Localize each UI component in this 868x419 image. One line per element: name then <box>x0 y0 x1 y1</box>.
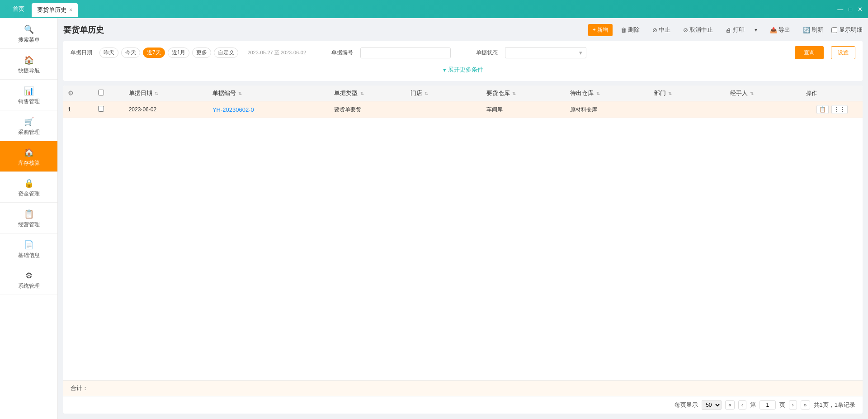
sidebar-item-inventory[interactable]: 🏠 库存核算 <box>0 141 57 172</box>
date-btn-custom[interactable]: 自定义 <box>214 48 238 58</box>
print-icon: 🖨 <box>726 27 731 33</box>
refresh-icon: 🔄 <box>803 27 810 33</box>
tab-active[interactable]: 要货单历史 × <box>32 3 78 17</box>
query-button[interactable]: 查询 <box>795 46 824 59</box>
table-header-row: ⚙ 单据日期 ⇅ 单据编号 ⇅ <box>63 86 863 101</box>
sort-req-wh-icon[interactable]: ⇅ <box>512 91 516 96</box>
print-button[interactable]: 🖨 打印 <box>721 24 749 36</box>
doc-status-select[interactable]: ▾ <box>505 47 586 58</box>
filter-row-1: 单据日期 昨天 今天 近7天 近1月 更多 自定义 2023-05-27 至 2… <box>71 46 855 59</box>
page-header: 要货单历史 + 新增 🗑 删除 ⊘ 中止 ⊘ 取消中止 🖨 <box>63 24 863 36</box>
page-label-after: 页 <box>779 401 785 409</box>
row-op-more-icon[interactable]: ⋮⋮ <box>831 105 848 114</box>
sort-pending-wh-icon[interactable]: ⇅ <box>596 91 600 96</box>
tab-active-label: 要货单历史 <box>37 6 66 14</box>
row-num: 1 <box>63 101 94 118</box>
stop-button[interactable]: ⊘ 中止 <box>648 24 675 36</box>
page-prev-button[interactable]: ‹ <box>738 400 746 409</box>
window-close-icon[interactable]: ✕ <box>858 6 863 13</box>
per-page-label: 每页显示 <box>675 401 698 409</box>
sidebar-item-sales[interactable]: 📊 销售管理 <box>0 80 57 110</box>
table-empty-space <box>63 118 863 380</box>
select-all-checkbox[interactable] <box>98 90 104 95</box>
delete-button[interactable]: 🗑 删除 <box>616 24 644 36</box>
refresh-button[interactable]: 🔄 刷新 <box>798 24 828 36</box>
sidebar-label-sales: 销售管理 <box>18 98 40 105</box>
date-buttons: 昨天 今天 近7天 近1月 更多 自定义 <box>99 48 238 58</box>
expand-more-label: 展开更多条件 <box>448 66 483 74</box>
date-btn-7days[interactable]: 近7天 <box>143 48 165 58</box>
row-pending-wh: 原材料仓库 <box>566 101 649 118</box>
sidebar-label-purchase: 采购管理 <box>18 129 40 136</box>
tab-home[interactable]: 首页 <box>5 0 32 18</box>
sidebar: 🔍 搜索菜单 🏠 快捷导航 📊 销售管理 🛒 采购管理 🏠 库存核算 🔒 资金管… <box>0 18 58 419</box>
total-text: 共1页，1条记录 <box>814 401 855 409</box>
sort-doc-no-icon[interactable]: ⇅ <box>238 91 242 96</box>
col-settings[interactable]: ⚙ <box>63 86 94 101</box>
display-detail-checkbox[interactable] <box>831 27 837 33</box>
col-doc-no-label: 单据编号 <box>212 90 236 96</box>
page-title: 要货单历史 <box>63 24 104 35</box>
sort-store-icon[interactable]: ⇅ <box>425 91 428 96</box>
window-maximize-icon[interactable]: □ <box>849 6 852 13</box>
date-btn-today[interactable]: 今天 <box>121 48 140 58</box>
sidebar-item-purchase[interactable]: 🛒 采购管理 <box>0 110 57 141</box>
col-dept-label: 部门 <box>654 90 666 96</box>
top-bar: 首页 要货单历史 × — □ ✕ <box>0 0 868 18</box>
col-checkbox <box>94 86 124 101</box>
summary-label: 合计： <box>71 384 88 392</box>
expand-more-icon: ▾ <box>443 67 446 73</box>
basic-info-icon: 📄 <box>24 240 34 250</box>
sidebar-label-quick-nav: 快捷导航 <box>18 67 40 75</box>
col-doc-date: 单据日期 ⇅ <box>124 86 208 101</box>
col-req-wh: 要货仓库 ⇅ <box>482 86 566 101</box>
new-button[interactable]: + 新增 <box>588 24 613 36</box>
sidebar-item-operations[interactable]: 📋 经营管理 <box>0 203 57 233</box>
sidebar-item-search-menu[interactable]: 🔍 搜索菜单 <box>0 18 57 49</box>
expand-more-btn[interactable]: ▾ 展开更多条件 <box>71 64 855 76</box>
page-first-button[interactable]: « <box>725 400 735 409</box>
stop-icon: ⊘ <box>652 27 657 33</box>
display-detail-toggle[interactable]: 显示明细 <box>831 26 863 34</box>
table-settings-icon[interactable]: ⚙ <box>68 89 74 97</box>
col-doc-type-label: 单据类型 <box>334 90 358 96</box>
main-layout: 🔍 搜索菜单 🏠 快捷导航 📊 销售管理 🛒 采购管理 🏠 库存核算 🔒 资金管… <box>0 18 868 419</box>
tab-close-icon[interactable]: × <box>69 7 72 13</box>
page-last-button[interactable]: » <box>801 400 810 409</box>
search-menu-icon: 🔍 <box>24 24 34 34</box>
col-pending-wh-label: 待出仓库 <box>570 90 594 96</box>
sort-doc-type-icon[interactable]: ⇅ <box>360 91 364 96</box>
sidebar-item-finance[interactable]: 🔒 资金管理 <box>0 172 57 203</box>
sort-dept-icon[interactable]: ⇅ <box>668 91 672 96</box>
sidebar-item-system[interactable]: ⚙ 系统管理 <box>0 264 57 295</box>
col-store: 门店 ⇅ <box>406 86 482 101</box>
page-next-button[interactable]: › <box>789 400 797 409</box>
display-detail-label: 显示明细 <box>839 26 863 34</box>
date-btn-1month[interactable]: 近1月 <box>168 48 190 58</box>
purchase-icon: 🛒 <box>24 117 34 127</box>
sort-handler-icon[interactable]: ⇅ <box>750 91 754 96</box>
sales-icon: 📊 <box>24 86 34 96</box>
cancel-stop-button[interactable]: ⊘ 取消中止 <box>679 24 717 36</box>
print-dropdown-arrow[interactable]: ▾ <box>750 24 762 35</box>
page-input[interactable] <box>760 400 776 409</box>
sidebar-label-finance: 资金管理 <box>18 190 40 198</box>
sidebar-label-inventory: 库存核算 <box>18 159 40 167</box>
sidebar-item-basic-info[interactable]: 📄 基础信息 <box>0 233 57 264</box>
doc-no-link[interactable]: YH-20230602-0 <box>212 106 254 113</box>
row-op-view-icon[interactable]: 📋 <box>816 105 829 114</box>
date-btn-yesterday[interactable]: 昨天 <box>99 48 118 58</box>
window-minimize-icon[interactable]: — <box>837 6 843 13</box>
table-area: ⚙ 单据日期 ⇅ 单据编号 ⇅ <box>63 86 863 414</box>
quick-nav-icon: 🏠 <box>24 55 34 65</box>
per-page-select[interactable]: 50 <box>702 400 722 410</box>
sort-doc-date-icon[interactable]: ⇅ <box>155 91 158 96</box>
delete-icon: 🗑 <box>621 27 627 33</box>
doc-no-input[interactable] <box>360 48 451 58</box>
col-store-label: 门店 <box>410 90 422 96</box>
date-btn-more[interactable]: 更多 <box>192 48 211 58</box>
export-button[interactable]: 📤 导出 <box>765 24 795 36</box>
row-select-checkbox[interactable] <box>98 106 104 112</box>
sidebar-item-quick-nav[interactable]: 🏠 快捷导航 <box>0 49 57 80</box>
settings-button[interactable]: 设置 <box>831 46 855 59</box>
